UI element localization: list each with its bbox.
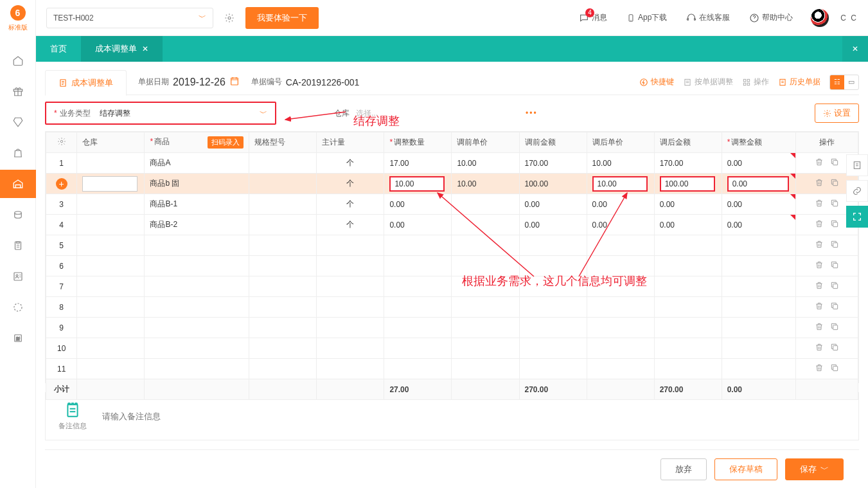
- svg-rect-14: [743, 79, 746, 82]
- help-link[interactable]: 帮助中心: [749, 12, 793, 23]
- doc-type-tab[interactable]: 成本调整单: [45, 70, 127, 96]
- gear-icon[interactable]: [220, 8, 239, 28]
- save-draft-button[interactable]: 保存草稿: [714, 458, 777, 480]
- delete-row-icon[interactable]: [815, 158, 824, 168]
- table-row[interactable]: 3商品B-1个0.000.000.000.000.00: [46, 194, 858, 215]
- doc-date[interactable]: 2019-12-26: [173, 77, 226, 88]
- table-row[interactable]: 7: [46, 276, 858, 297]
- copy-row-icon[interactable]: [830, 219, 839, 230]
- table-row[interactable]: +商品b 固个10.0010.00100.0010.00100.000.00: [46, 174, 858, 194]
- copy-row-icon[interactable]: [830, 199, 839, 210]
- document-header: 成本调整单 单据日期 2019-12-26 单据编号 CA-20191226-0…: [45, 69, 859, 95]
- table-row[interactable]: 8: [46, 297, 858, 318]
- table-row[interactable]: 6: [46, 256, 858, 276]
- nav-clipboard-icon[interactable]: [0, 231, 36, 260]
- svg-rect-22: [833, 161, 838, 165]
- nav-new-icon[interactable]: 新: [0, 324, 36, 352]
- copy-row-icon[interactable]: [830, 178, 839, 189]
- table-row[interactable]: 11: [46, 359, 858, 379]
- copy-row-icon[interactable]: [830, 260, 839, 271]
- delete-row-icon[interactable]: [815, 219, 824, 230]
- adjustment-table: 仓库 商品扫码录入 规格型号 主计量 调整数量 调前单价 调前金额 调后单价 调…: [45, 131, 859, 383]
- svg-rect-15: [747, 79, 750, 82]
- app-download-link[interactable]: App下载: [626, 12, 667, 23]
- after-unitprice-input[interactable]: 10.00: [592, 176, 648, 192]
- nav-warehouse-icon[interactable]: [0, 170, 36, 198]
- adjust-amount-input[interactable]: 0.00: [727, 176, 790, 192]
- doc-no: CA-20191226-001: [286, 77, 359, 87]
- operations-link[interactable]: 操作: [742, 77, 769, 87]
- copy-row-icon[interactable]: [830, 363, 839, 374]
- svg-point-21: [60, 140, 63, 143]
- close-all-tabs-icon[interactable]: ✕: [842, 36, 868, 62]
- nav-contact-icon[interactable]: [0, 262, 36, 291]
- svg-rect-35: [67, 404, 77, 416]
- warehouse-filter[interactable]: 仓库 选择...: [334, 108, 378, 119]
- company-select[interactable]: TEST-H002 ﹀: [46, 8, 213, 28]
- delete-row-icon[interactable]: [815, 281, 824, 292]
- messages-badge: 4: [585, 8, 594, 17]
- after-amount-input[interactable]: 100.00: [660, 176, 715, 192]
- table-row[interactable]: 4商品B-2个0.000.000.000.000.00: [46, 215, 858, 235]
- history-link[interactable]: 历史单据: [778, 77, 820, 87]
- tab-home[interactable]: 首页: [36, 36, 81, 62]
- trial-button[interactable]: 我要体验一下: [245, 7, 319, 29]
- close-tab-icon[interactable]: ✕: [142, 44, 148, 53]
- view-detail-icon[interactable]: ☷: [830, 75, 844, 89]
- table-row[interactable]: 1商品A个17.0010.00170.0010.00170.000.00: [46, 153, 858, 174]
- copy-row-icon[interactable]: [830, 343, 839, 354]
- table-row[interactable]: 10: [46, 338, 858, 359]
- nav-sync-icon[interactable]: [0, 293, 36, 321]
- scan-input-button[interactable]: 扫码录入: [208, 136, 244, 149]
- avatar[interactable]: [811, 9, 829, 27]
- add-row-icon[interactable]: +: [56, 178, 67, 190]
- view-toggle[interactable]: ☷ ▭: [829, 75, 859, 90]
- delete-row-icon[interactable]: [815, 322, 824, 333]
- nav-diamond-icon[interactable]: [0, 108, 36, 136]
- note-panel-icon[interactable]: [846, 154, 868, 176]
- nav-bag-icon[interactable]: [0, 139, 36, 167]
- delete-row-icon[interactable]: [815, 260, 824, 271]
- delete-row-icon[interactable]: [815, 363, 824, 374]
- delete-row-icon[interactable]: [815, 240, 824, 251]
- nav-home-icon[interactable]: [0, 46, 36, 75]
- warehouse-input[interactable]: [82, 176, 137, 192]
- copy-row-icon[interactable]: [830, 322, 839, 333]
- chevron-down-icon: ﹀: [260, 108, 267, 119]
- company-name: TEST-H002: [53, 14, 94, 23]
- nav-gift-icon[interactable]: [0, 77, 36, 105]
- table-row[interactable]: 9: [46, 318, 858, 338]
- qty-input[interactable]: 10.00: [389, 176, 445, 192]
- settings-button[interactable]: 设置: [815, 104, 859, 123]
- shortcut-link[interactable]: 快捷键: [639, 77, 674, 87]
- more-filters-icon[interactable]: •••: [526, 109, 538, 118]
- copy-row-icon[interactable]: [830, 158, 839, 168]
- view-compact-icon[interactable]: ▭: [844, 75, 858, 89]
- delete-row-icon[interactable]: [815, 199, 824, 210]
- table-row[interactable]: 5: [46, 235, 858, 256]
- col-settings-icon[interactable]: [46, 132, 77, 153]
- messages-link[interactable]: 消息 4: [579, 12, 607, 23]
- discard-button[interactable]: 放弃: [660, 458, 707, 480]
- notes-input[interactable]: [102, 411, 846, 421]
- copy-row-icon[interactable]: [830, 302, 839, 312]
- notes-icon: 备注信息: [58, 402, 87, 431]
- customer-service-link[interactable]: 在线客服: [686, 12, 730, 23]
- copy-row-icon[interactable]: [830, 281, 839, 292]
- svg-rect-25: [833, 222, 838, 227]
- tab-cost-adjust[interactable]: 成本调整单 ✕: [81, 36, 163, 62]
- expand-panel-icon[interactable]: [846, 206, 868, 228]
- svg-rect-31: [833, 346, 838, 350]
- link-panel-icon[interactable]: [846, 180, 868, 202]
- table-header-row: 仓库 商品扫码录入 规格型号 主计量 调整数量 调前单价 调前金额 调后单价 调…: [46, 132, 858, 153]
- delete-row-icon[interactable]: [815, 178, 824, 189]
- nav-money-icon[interactable]: [0, 201, 36, 229]
- subtotal-row: 小计 27.00 270.00 270.00 0.00: [46, 379, 858, 400]
- save-button[interactable]: 保存﹀: [785, 458, 844, 480]
- copy-row-icon[interactable]: [830, 240, 839, 251]
- business-type-select[interactable]: * 业务类型 结存调整 ﹀: [45, 102, 276, 125]
- by-doc-adjust-link[interactable]: 按单据调整: [683, 77, 733, 87]
- delete-row-icon[interactable]: [815, 343, 824, 354]
- calendar-icon[interactable]: [229, 76, 240, 88]
- delete-row-icon[interactable]: [815, 302, 824, 312]
